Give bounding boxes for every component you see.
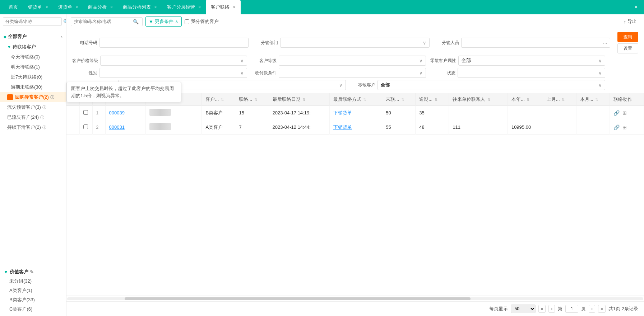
filter-retail-customer: 零散客户 全部 ∨ [350,80,605,90]
nav-product-analysis-list[interactable]: 商品分析列表 × [118,0,162,14]
row-1-checkbox[interactable] [83,110,88,115]
th-contact[interactable]: 联络... ⇅ [235,93,269,106]
qr-icon-2[interactable]: ⊞ [622,124,627,130]
filter-row-1: 电话号码 分管部门 ∨ 分管人员 ··· 查询 设置 [72,32,638,53]
link-icon-2[interactable]: 🔗 [613,124,620,130]
sidebar-item-declining[interactable]: 持续下滑客户(2) ⓘ [0,122,66,132]
query-button[interactable]: 查询 [617,32,638,42]
th-last-month[interactable]: 上月... ⇅ [543,93,576,106]
retail-attr-select[interactable]: 全部 ∨ [458,56,605,66]
td-year-1 [508,106,543,120]
sidebar-value-header[interactable]: ▼ 价值客户 ✎ [4,267,62,277]
manager-select[interactable]: ··· [461,38,610,48]
sidebar-val-b[interactable]: B类客户(33) [4,295,62,305]
payment-select[interactable]: ∨ [279,68,426,78]
main-search-icon[interactable]: 🔍 [133,19,139,24]
row-2-checkbox[interactable] [83,124,88,129]
th-customer-type[interactable]: 客户... ⇅ [202,93,235,106]
sidebar-waiting-title[interactable]: ▼ 待联络客户 [4,42,66,52]
th-no-contact[interactable]: 未联... ⇅ [382,93,416,106]
my-customer-checkbox[interactable] [185,19,189,24]
nav-customer-contact[interactable]: 客户联络 × [206,0,241,14]
td-type-2: A类客户 [202,120,235,135]
nav-customer-tier-close[interactable]: × [198,5,201,10]
price-level-select[interactable]: ∨ [100,56,247,66]
sidebar-item-lost[interactable]: 已流失客户(24) ⓘ [0,112,66,122]
sidebar-item-tomorrow[interactable]: 明天待联络(1) [4,62,66,72]
abnormal-info-icon[interactable]: ⓘ [50,95,54,100]
lost-info-icon[interactable]: ⓘ [40,115,44,120]
link-icon-1[interactable]: 🔗 [613,110,620,116]
nav-product-analysis-close[interactable]: × [110,5,113,10]
main-search-input[interactable] [74,19,131,24]
td-action-1: 🔗 ⊞ [610,106,644,120]
sidebar-item-7days[interactable]: 近7天待联络(0) [4,72,66,82]
value-edit-icon[interactable]: ✎ [30,269,34,275]
retail-customer-select[interactable]: 全部 ∨ [377,80,605,90]
nav-customer-tier[interactable]: 客户分层经营 × [162,0,206,14]
sidebar-item-today[interactable]: 今天待联络(0) [4,52,66,62]
price-chev-icon: ∨ [240,58,244,63]
nav-product-analysis[interactable]: 商品分析 × [83,0,118,14]
sidebar-item-overdue[interactable]: 逾期未联络(30) [4,82,66,92]
next-page-btn[interactable]: › [589,305,595,313]
td-last-method-1[interactable]: 下销货单 [329,106,382,120]
window-close-button[interactable]: × [632,3,640,11]
nav-product-analysis-list-close[interactable]: × [154,5,157,10]
more-conditions-btn[interactable]: ▼ 更多条件 ∧ [145,16,182,27]
sidebar-tree: ■ 全部客户 ‹ ▼ 待联络客户 今天待联络(0) 明天待联络(1) 近7天待联… [0,29,66,265]
td-unit-2: 111 [449,120,508,135]
th-last-contact-method[interactable]: 最后联络方式 ⇅ [329,93,382,106]
first-page-btn[interactable]: « [538,305,546,313]
horizontal-scrollbar[interactable] [66,296,644,301]
nav-purchase-order[interactable]: 进货单 × [53,0,83,14]
page-number-input[interactable]: 1 [565,305,578,313]
per-page-select[interactable]: 50 100 [511,305,536,313]
sidebar-val-a[interactable]: A类客户(1) [4,286,62,295]
td-last-method-2[interactable]: 下销货单 [329,120,382,135]
export-button[interactable]: ↑ 导出 [621,17,640,26]
action-icons-1: 🔗 ⊞ [613,110,640,116]
nav-sales-order[interactable]: 销货单 × [23,0,53,14]
sort-icon-no-contact: ⇅ [401,98,404,102]
th-this-year[interactable]: 本年... ⇅ [508,93,543,106]
nav-customer-contact-close[interactable]: × [233,5,236,10]
th-this-month[interactable]: 本月... ⇅ [576,93,610,106]
th-overdue[interactable]: 逾期... ⇅ [416,93,449,106]
sidebar-waiting-section: ▼ 待联络客户 今天待联络(0) 明天待联络(1) 近7天待联络(0) 逾期未联… [0,42,66,92]
nav-home[interactable]: 首页 [4,0,23,14]
sidebar-search-icon[interactable]: 🔍 [63,19,66,24]
customer-level-select[interactable]: ∨ [279,56,426,66]
my-customer-checkbox-area[interactable]: 我分管的客户 [185,18,219,25]
nav-sales-order-close[interactable]: × [46,5,48,10]
prev-page-btn[interactable]: ‹ [548,305,555,313]
qr-icon-1[interactable]: ⊞ [622,110,627,116]
collapse-right-icon[interactable]: ‹ [61,34,62,39]
sidebar-val-c[interactable]: C类客户(6) [4,305,62,314]
lost-pre-info-icon[interactable]: ⓘ [42,105,46,110]
department-select[interactable]: ∨ [280,38,429,48]
chevron-up-icon: ∧ [175,19,179,24]
declining-info-icon[interactable]: ⓘ [42,125,46,130]
td-code-2[interactable]: 000031 [105,120,146,135]
sidebar-search-input[interactable] [3,17,62,26]
td-check-2 [79,120,92,135]
scroll-thumb[interactable] [125,297,470,300]
left-sidebar: 🔍 ■ 全部客户 ‹ ▼ 待联络客户 今天待联络(0) 明天待联络(1) [0,14,66,316]
filter-manager: 分管人员 ··· [434,38,610,48]
th-last-contact-date[interactable]: 最后联络日期 ⇅ [269,93,329,106]
settings-button[interactable]: 设置 [617,43,638,53]
td-code-1[interactable]: 000039 [105,106,146,120]
manager-more-icon[interactable]: ··· [603,40,607,46]
nav-purchase-order-close[interactable]: × [75,5,78,10]
phone-input[interactable] [99,38,249,48]
status-select[interactable]: ∨ [458,68,605,78]
dept-chevron-icon: ∨ [423,40,426,46]
sidebar-item-lost-pre[interactable]: 流失预警客户(3) ⓘ [0,102,66,112]
sidebar-item-abnormal[interactable]: 回购异常客户(2) ⓘ [0,92,66,102]
th-unit-contact[interactable]: 往来单位联系人 ⇅ [449,93,508,106]
sidebar-all-customers[interactable]: ■ 全部客户 ‹ [0,31,66,42]
gender-select[interactable]: ∨ [99,68,247,78]
last-page-btn[interactable]: » [598,305,606,313]
sidebar-val-ungroup[interactable]: 未分组(32) [4,277,62,286]
